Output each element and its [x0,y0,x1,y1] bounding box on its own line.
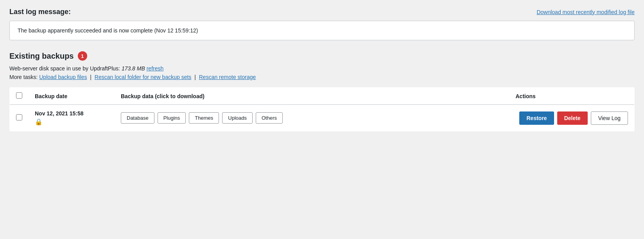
download-log-link[interactable]: Download most recently modified log file [536,9,635,15]
backups-title: Existing backups [9,52,74,61]
backup-date-value: Nov 12, 2021 15:58 [35,110,84,117]
th-backup-date: Backup date [29,88,115,105]
delete-button[interactable]: Delete [557,111,588,125]
log-message-box: The backup apparently succeeded and is n… [9,21,635,40]
last-log-header: Last log message: Download most recently… [9,8,635,16]
table-header-row: Backup date Backup data (click to downlo… [10,88,635,105]
task-link-rescan-remote[interactable]: Rescan remote storage [199,74,256,80]
backups-title-row: Existing backups 1 [9,51,635,61]
backup-data-cell: Database Plugins Themes Uploads Others [115,105,509,131]
row-checkbox-cell [10,105,29,131]
last-log-title: Last log message: [9,8,71,16]
actions-buttons-group: Restore Delete View Log [516,111,628,125]
database-button[interactable]: Database [121,112,154,124]
lock-icon: 🔒 [35,118,108,126]
more-tasks-label: More tasks: [9,74,38,80]
backups-count-badge: 1 [78,51,87,61]
row-checkbox[interactable] [16,114,22,120]
separator-1: | [90,74,93,80]
disk-space-row: Web-server disk space in use by UpdraftP… [9,65,635,72]
refresh-link[interactable]: refresh [147,65,164,72]
th-backup-data: Backup data (click to download) [115,88,509,105]
data-buttons-group: Database Plugins Themes Uploads Others [121,112,503,124]
disk-size-value: 173.8 MB [122,65,145,72]
task-link-upload[interactable]: Upload backup files [39,74,87,80]
separator-2: | [194,74,197,80]
th-checkbox [10,88,29,105]
restore-button[interactable]: Restore [519,111,554,125]
themes-button[interactable]: Themes [189,112,219,124]
disk-space-label: Web-server disk space in use by UpdraftP… [9,65,120,72]
task-link-rescan-local[interactable]: Rescan local folder for new backup sets [95,74,191,80]
existing-backups-section: Existing backups 1 Web-server disk space… [9,51,635,131]
table-row: Nov 12, 2021 15:58 🔒 Database Plugins Th… [10,105,635,131]
uploads-button[interactable]: Uploads [222,112,253,124]
backup-table: Backup date Backup data (click to downlo… [9,87,635,131]
actions-cell: Restore Delete View Log [509,105,635,131]
select-all-checkbox[interactable] [16,92,22,99]
th-actions: Actions [509,88,635,105]
others-button[interactable]: Others [256,112,283,124]
page-container: Last log message: Download most recently… [0,0,644,139]
plugins-button[interactable]: Plugins [158,112,186,124]
view-log-button[interactable]: View Log [591,111,628,125]
more-tasks-row: More tasks: Upload backup files | Rescan… [9,74,635,80]
log-message-text: The backup apparently succeeded and is n… [18,27,198,34]
backup-date-cell: Nov 12, 2021 15:58 🔒 [29,105,115,131]
